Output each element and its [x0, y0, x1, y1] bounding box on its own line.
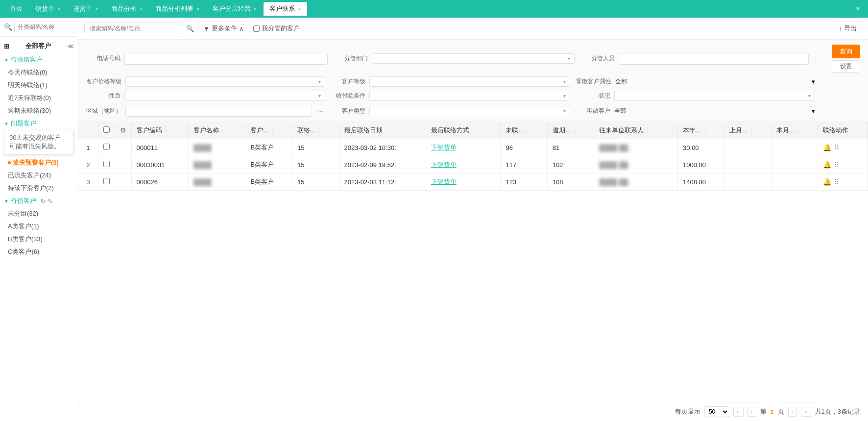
action-more-icon[interactable]: ⠿ [834, 161, 839, 169]
sidebar-item-overdue-contact[interactable]: 逾期未联络(30) [0, 104, 78, 117]
col-type[interactable]: 客户... ↕ [245, 122, 292, 139]
page-size-select[interactable]: 50 100 200 [704, 406, 729, 417]
close-tab-customer-layer[interactable]: × [254, 6, 257, 12]
person-more-button[interactable]: ··· [813, 55, 822, 62]
filter-status-select[interactable]: ▾ [614, 91, 815, 101]
filter-region-input[interactable] [125, 105, 312, 117]
col-last-month[interactable]: 上月... ↕ [724, 122, 771, 139]
sidebar-item-churned[interactable]: 已流失客户(24) [0, 169, 78, 182]
close-all-tabs[interactable]: × [852, 4, 864, 13]
edit-icon[interactable]: ✎ [48, 198, 53, 205]
select-all-checkbox[interactable] [103, 126, 110, 133]
cell-last-method[interactable]: 下销货单 [426, 139, 501, 156]
last-method-link[interactable]: 下销货单 [431, 178, 457, 185]
last-method-link[interactable]: 下销货单 [431, 144, 457, 151]
col-name[interactable]: 客户名称 ↕ [188, 122, 245, 139]
refresh-icon[interactable]: ↻ [40, 198, 46, 205]
cell-last-method[interactable]: 下销货单 [426, 156, 501, 173]
filter-clevel-select[interactable]: ▾ [369, 76, 570, 87]
action-more-icon[interactable]: ⠿ [834, 144, 839, 151]
tab-analysis-list[interactable]: 商品分析列表 × [149, 2, 205, 16]
close-tab-customer-contact[interactable]: × [298, 6, 301, 12]
sidebar-section-problem[interactable]: ▼ 问题客户 [0, 117, 78, 130]
filter-search-icon[interactable]: 🔍 [186, 25, 194, 32]
action-contact-icon[interactable]: 🔔 [823, 178, 831, 186]
filter-nature-select[interactable]: ▾ [124, 91, 325, 101]
filter-payment-select[interactable]: ▾ [369, 91, 570, 101]
close-tab-sales[interactable]: × [57, 6, 60, 12]
col-code[interactable]: 客户编码 ↕ [131, 122, 188, 139]
col-last-month-sort-icon[interactable]: ↕ [750, 128, 753, 133]
col-overdue[interactable]: 逾期... ↕ [547, 122, 594, 139]
sidebar-all-customers[interactable]: ⊞ 全部客户 ≪ [0, 39, 78, 53]
col-overdue-sort-icon[interactable]: ↕ [573, 128, 576, 133]
col-this-year[interactable]: 本年... ↕ [678, 122, 724, 139]
filter-dept-select[interactable]: ▾ [372, 53, 575, 64]
my-customers-checkbox[interactable]: 我分管的客户 [253, 24, 300, 33]
sidebar-item-class-a[interactable]: A类客户(1) [0, 220, 78, 233]
col-checkbox[interactable] [98, 122, 115, 139]
col-this-year-sort-icon[interactable]: ↕ [704, 128, 706, 133]
sidebar-item-ungrouped[interactable]: 未分组(32) [0, 207, 78, 220]
sidebar-item-declining[interactable]: 持续下滑客户(2) [0, 182, 78, 195]
close-tab-analysis-list[interactable]: × [196, 6, 199, 12]
cell-name[interactable]: ████ [188, 156, 245, 173]
col-name-sort-icon[interactable]: ↕ [222, 128, 224, 133]
cell-checkbox[interactable] [98, 156, 115, 173]
tab-customer-layer[interactable]: 客户分层经营 × [207, 2, 263, 16]
cell-name[interactable]: ████ [188, 173, 245, 191]
more-conditions-button[interactable]: ▼ 更多条件 ∧ [198, 22, 249, 35]
table-settings-icon[interactable]: ⚙ [120, 126, 126, 134]
sidebar-section-value[interactable]: ▼ 价值客户 ↻ ✎ [0, 195, 78, 207]
col-code-sort-icon[interactable]: ↕ [165, 128, 167, 133]
cell-last-method[interactable]: 下销货单 [426, 173, 501, 191]
settings-button[interactable]: 设置 [832, 60, 860, 73]
sidebar-item-today-contact[interactable]: 今天待联络(0) [0, 66, 78, 79]
col-type-sort-icon[interactable]: ↕ [271, 128, 274, 133]
tab-sales[interactable]: 销货单 × [29, 2, 66, 16]
action-contact-icon[interactable]: 🔔 [823, 144, 831, 151]
filter-price-select[interactable]: ▾ [125, 76, 325, 87]
sidebar-item-7days-contact[interactable]: 近7天待联络(0) [0, 92, 78, 104]
filter-phone-input[interactable] [124, 53, 328, 65]
sidebar-item-churn-warning[interactable]: 流失预警客户(3) [0, 156, 78, 169]
col-uncontacted[interactable]: 未联... ↕ [501, 122, 547, 139]
col-contact[interactable]: 联络... ↕ [292, 122, 339, 139]
col-this-month[interactable]: 本月... ↕ [771, 122, 818, 139]
filter-retail2-select[interactable]: 全部 ▾ [614, 107, 815, 115]
search-input[interactable] [84, 23, 182, 34]
row-checkbox[interactable] [103, 144, 110, 150]
col-contact-sort-icon[interactable]: ↕ [318, 128, 321, 133]
tab-home[interactable]: 首页 [4, 2, 28, 16]
col-last-method[interactable]: 最后联络方式 ↕ [426, 122, 501, 139]
row-checkbox[interactable] [103, 161, 110, 167]
cell-checkbox[interactable] [98, 173, 115, 191]
first-page-button[interactable]: « [733, 407, 744, 417]
col-gear[interactable]: ⚙ [115, 122, 131, 139]
collapse-icon[interactable]: ≪ [67, 43, 74, 50]
col-last-method-sort-icon[interactable]: ↕ [472, 128, 474, 133]
col-this-month-sort-icon[interactable]: ↕ [797, 128, 799, 133]
col-last-date[interactable]: 最后联络日期 ↕ [339, 122, 426, 139]
cell-checkbox[interactable] [98, 139, 115, 156]
last-method-link[interactable]: 下销货单 [431, 161, 457, 168]
tab-customer-contact[interactable]: 客户联系 × [264, 2, 307, 16]
col-last-date-sort-icon[interactable]: ↕ [385, 128, 387, 133]
close-tab-analysis[interactable]: × [140, 6, 143, 12]
tab-analysis[interactable]: 商品分析 × [105, 2, 148, 16]
close-tab-purchase[interactable]: × [95, 6, 98, 12]
col-unit-contact[interactable]: 往来单位联系人 ↕ [594, 122, 678, 139]
action-contact-icon[interactable]: 🔔 [823, 161, 831, 169]
col-unit-contact-sort-icon[interactable]: ↕ [647, 128, 649, 133]
col-uncontacted-sort-icon[interactable]: ↕ [527, 128, 529, 133]
sidebar-section-pending[interactable]: ▼ 待联络客户 [0, 53, 78, 66]
last-page-button[interactable]: » [801, 407, 811, 417]
sidebar-item-class-c[interactable]: C类客户(6) [0, 246, 78, 258]
row-checkbox[interactable] [103, 178, 110, 184]
filter-retail-attr-select[interactable]: 全部 ▾ [615, 77, 815, 86]
query-button[interactable]: 查询 [832, 45, 860, 58]
tab-purchase[interactable]: 进货单 × [67, 2, 104, 16]
filter-person-input[interactable] [619, 53, 809, 65]
export-button[interactable]: ↑ 导出 [834, 22, 863, 35]
sidebar-item-class-b[interactable]: B类客户(33) [0, 233, 78, 246]
